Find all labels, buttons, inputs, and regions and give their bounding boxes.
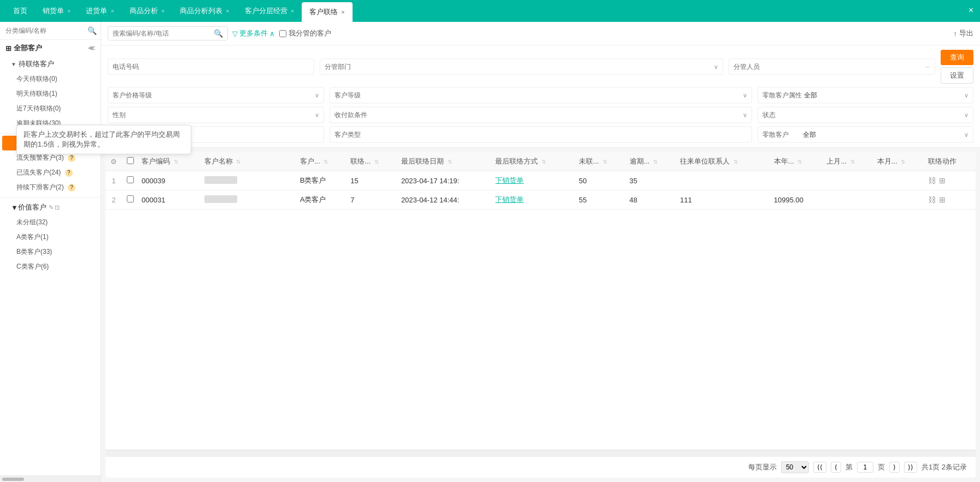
filter-row-1: 电话号码 分管部门 ∨ 分管人员 ··· 查询 设置: [108, 50, 973, 84]
select-all-checkbox[interactable]: [127, 157, 134, 164]
chevron-down-icon-2: ∨: [315, 92, 319, 99]
sort-icon-9: ⇅: [733, 159, 738, 165]
customer-table: ⚙ 客户编码 ⇅ 客户名称 ⇅: [105, 152, 976, 210]
last-page-button[interactable]: ⟩⟩: [904, 462, 917, 473]
triangle-icon: ▼: [11, 61, 16, 67]
horizontal-scrollbar[interactable]: [105, 450, 976, 456]
customer-level-cell: B类客户: [297, 171, 348, 190]
sidebar-group-value-customers[interactable]: ▼ 价值客户 ✎ ⊡: [0, 200, 101, 215]
last-contact-method-cell[interactable]: 下销货单: [492, 190, 576, 210]
advanced-filter-panel: 电话号码 分管部门 ∨ 分管人员 ··· 查询 设置: [101, 45, 980, 148]
sidebar-item-declining[interactable]: 持续下滑客户(2) ?: [0, 180, 101, 195]
sidebar-item-churned[interactable]: 已流失客户(24) ?: [0, 165, 101, 180]
top-nav: 首页 销货单 × 进货单 × 商品分析 × 商品分析列表 × 客户分层经营 × …: [0, 0, 980, 22]
col-settings[interactable]: ⚙: [105, 152, 122, 171]
link-action-icon[interactable]: ⛓: [928, 195, 936, 204]
sidebar-item-class-c[interactable]: C类客户(6): [0, 259, 101, 274]
next-page-button[interactable]: ⟩: [889, 462, 900, 473]
sort-icon-7: ⇅: [603, 159, 607, 165]
my-customers-check[interactable]: [279, 30, 286, 37]
first-page-button[interactable]: ⟨⟨: [813, 462, 826, 473]
page-size-select[interactable]: 50 100 200: [781, 461, 809, 473]
close-icon[interactable]: ×: [226, 8, 229, 14]
this-year-cell: 10995.00: [771, 190, 824, 210]
filter-bar: 🔍 ▽ 更多条件 ∧ 我分管的客户 ↑ 导出: [101, 22, 980, 45]
nav-customer-contact[interactable]: 客户联络 ×: [302, 2, 352, 22]
row-checkbox[interactable]: [122, 171, 138, 190]
col-last-contact-method: 最后联络方式 ⇅: [492, 152, 576, 171]
chevron-down-icon-4: ∨: [964, 92, 969, 99]
sidebar-item-ungrouped[interactable]: 未分组(32): [0, 215, 101, 230]
close-icon[interactable]: ×: [161, 8, 165, 14]
query-button[interactable]: 查询: [941, 50, 973, 65]
sidebar-item-today[interactable]: 今天待联络(0): [0, 72, 101, 86]
close-icon[interactable]: ×: [291, 8, 294, 14]
page-number-input[interactable]: [857, 462, 873, 473]
filter-retail-customer[interactable]: 零散客户 全部 ∨: [758, 126, 974, 143]
filter-customer-level[interactable]: 客户等级 ∨: [330, 87, 752, 103]
sidebar-item-class-a[interactable]: A类客户(1): [0, 230, 101, 245]
nav-customer-segmentation[interactable]: 客户分层经营 ×: [237, 0, 302, 22]
export-button[interactable]: ↑ 导出: [954, 28, 974, 38]
nav-sales-order[interactable]: 销货单 ×: [35, 0, 78, 22]
chevron-up-icon: ∧: [269, 30, 275, 38]
prev-page-button[interactable]: ⟨: [831, 462, 841, 473]
action-buttons: 查询 设置: [941, 50, 973, 84]
sidebar-item-tomorrow[interactable]: 明天待联络(1): [0, 86, 101, 101]
contact-method-link[interactable]: 下销货单: [495, 195, 524, 204]
filter-retail-attr[interactable]: 零散客户属性 全部 ∨: [758, 87, 974, 103]
table-scroll[interactable]: ⚙ 客户编码 ⇅ 客户名称 ⇅: [105, 152, 976, 450]
chevron-down-icon-8: ∨: [964, 131, 969, 138]
more-action-icon[interactable]: ⊞: [939, 176, 946, 185]
sidebar-item-class-b[interactable]: B类客户(33): [0, 245, 101, 259]
contact-count-cell: 7: [347, 190, 398, 210]
settings-icon[interactable]: ⊡: [55, 204, 60, 211]
sort-icon-3: ⇅: [324, 159, 328, 165]
col-checkbox[interactable]: [122, 152, 138, 171]
sort-icon-12: ⇅: [901, 159, 905, 165]
window-close-button[interactable]: ×: [969, 5, 973, 15]
last-contact-method-cell[interactable]: 下销货单: [492, 171, 576, 190]
settings-button[interactable]: 设置: [941, 67, 973, 84]
row-checkbox[interactable]: [122, 190, 138, 210]
contact-method-link[interactable]: 下销货单: [495, 176, 524, 184]
close-icon[interactable]: ×: [67, 8, 71, 14]
sidebar-all-customers[interactable]: ⊞ 全部客户 ≪: [0, 40, 101, 56]
collapse-icon[interactable]: ≪: [88, 44, 95, 52]
link-action-icon[interactable]: ⛓: [928, 176, 936, 185]
filter-price-level[interactable]: 客户价格等级 ∨: [108, 87, 324, 103]
nav-product-analysis-list[interactable]: 商品分析列表 ×: [172, 0, 237, 22]
edit-icon[interactable]: ✎: [49, 204, 54, 211]
nav-product-analysis[interactable]: 商品分析 ×: [122, 0, 172, 22]
filter-branch-person[interactable]: 分管人员 ···: [729, 59, 935, 75]
last-month-cell: [823, 190, 874, 210]
filter-gender[interactable]: 性别 ∨: [108, 107, 324, 123]
filter-phone: 电话号码: [108, 59, 314, 75]
unit-contact-cell: 111: [677, 190, 771, 210]
filter-payment-terms[interactable]: 收付款条件 ∨: [330, 107, 752, 123]
sidebar-item-7days[interactable]: 近7天待联络(0): [0, 101, 101, 116]
more-conditions-button[interactable]: ▽ 更多条件 ∧: [232, 28, 275, 38]
search-input[interactable]: [113, 30, 214, 37]
my-customers-checkbox[interactable]: 我分管的客户: [279, 28, 331, 38]
table-row: 1 000039 B类客户 15 2023-04-17 14:19: 下销货单 …: [105, 171, 976, 190]
filter-status[interactable]: 状态 ∨: [758, 107, 974, 123]
triangle-icon-2: ▼: [11, 204, 18, 212]
sidebar-search-input[interactable]: [5, 27, 87, 34]
col-customer-code: 客户编码 ⇅: [138, 152, 201, 171]
customer-code-cell: 000039: [138, 171, 201, 190]
filter-branch-dept[interactable]: 分管部门 ∨: [320, 59, 723, 75]
close-icon[interactable]: ×: [110, 8, 114, 14]
table-row: 2 000031 A类客户 7 2023-04-12 14:44: 下销货单 5…: [105, 190, 976, 210]
pagination-bar: 每页显示 50 100 200 ⟨⟨ ⟨ 第 页 ⟩ ⟩⟩ 共1页 2条记录: [105, 456, 976, 478]
overdue-cell: 35: [626, 171, 677, 190]
filter-customer-type[interactable]: 客户类型: [330, 126, 752, 143]
sidebar-scrollbar[interactable]: [0, 475, 101, 482]
more-action-icon[interactable]: ⊞: [939, 195, 946, 204]
nav-purchase-order[interactable]: 进货单 ×: [78, 0, 121, 22]
nav-home[interactable]: 首页: [5, 0, 35, 22]
close-icon[interactable]: ×: [341, 9, 344, 15]
help-badge: ?: [68, 154, 75, 162]
action-cell: ⛓ ⊞: [925, 190, 976, 210]
sidebar-group-pending-contact[interactable]: ▼ 待联络客户: [0, 56, 101, 72]
